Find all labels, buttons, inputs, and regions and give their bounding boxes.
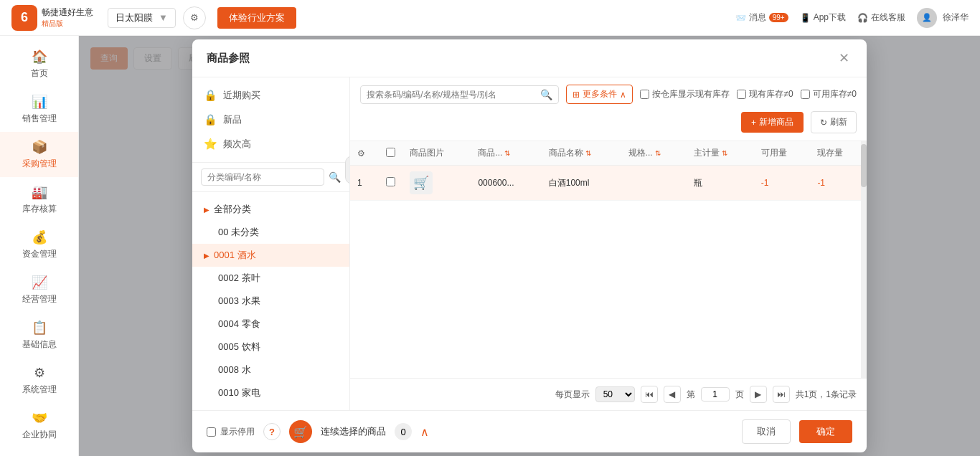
sidebar: 🏠 首页 📊 销售管理 📦 采购管理 🏭 库存核算 💰 资金管理 📈 经营管理 …: [0, 36, 79, 456]
tree-item-liquor[interactable]: ▶ 0001 酒水: [192, 244, 349, 267]
warehouse-stock-checkbox[interactable]: 按仓库显示现有库存: [640, 88, 730, 100]
tree-item-uncategorized[interactable]: 00 未分类: [192, 221, 349, 244]
modal-left-panel: 🔒 近期购买 🔒 新品 ⭐ 频次高: [192, 77, 350, 410]
cell-name: 白酒100ml: [542, 166, 621, 201]
product-search-input[interactable]: [367, 90, 536, 100]
sidebar-item-enterprise[interactable]: 🤝 企业协同: [0, 403, 78, 448]
add-product-button[interactable]: + 新增商品: [741, 112, 804, 133]
cell-image: 🛒: [402, 166, 471, 201]
cell-unit: 瓶: [687, 166, 754, 201]
cell-checkbox[interactable]: [379, 166, 402, 201]
sidebar-item-home[interactable]: 🏠 首页: [0, 42, 78, 87]
modal-right-panel: 🔍 ⊞ 更多条件 ∧ 按仓库显示现有库存: [350, 77, 867, 410]
trial-button[interactable]: 体验行业方案: [217, 7, 296, 29]
first-page-button[interactable]: ⏮: [641, 386, 658, 403]
nonzero-available-checkbox[interactable]: 可用库存≠0: [801, 88, 857, 100]
category-search-icon[interactable]: 🔍: [329, 171, 341, 183]
modal-toolbar: 🔍 ⊞ 更多条件 ∧ 按仓库显示现有库存: [350, 77, 867, 141]
tree-item-all[interactable]: ▶ 全部分类: [192, 198, 349, 221]
nav-user[interactable]: 👤 徐泽华: [917, 8, 969, 28]
modal-overlay: 商品参照 ✕ 🔒 近期购买 🔒: [79, 36, 980, 456]
nav-app-download[interactable]: 📱 App下载: [800, 11, 846, 24]
product-search-icon[interactable]: 🔍: [540, 89, 552, 100]
sidebar-item-inventory[interactable]: 🏭 库存核算: [0, 177, 78, 222]
tree-item-water[interactable]: 0008 水: [192, 358, 349, 381]
sidebar-item-guide[interactable]: 📖 新手引导: [0, 448, 78, 456]
cell-spec: [621, 166, 687, 201]
help-button[interactable]: ?: [263, 423, 281, 440]
th-stock: 现存量: [810, 141, 867, 166]
modal-close-button[interactable]: ✕: [835, 49, 852, 67]
tree-item-tea[interactable]: 0002 茶叶: [192, 267, 349, 290]
next-page-button[interactable]: ▶: [750, 386, 767, 403]
modal-title: 商品参照: [207, 52, 250, 65]
th-unit[interactable]: 主计量⇅: [687, 141, 754, 166]
page-label: 第: [687, 389, 695, 401]
new-product-tab[interactable]: 🔒 新品: [192, 108, 349, 132]
prev-page-button[interactable]: ◀: [664, 386, 681, 403]
logo-text: 畅捷通好生意 精品版: [42, 7, 93, 28]
page-suffix: 页: [735, 389, 744, 401]
star-icon: ⭐: [204, 138, 217, 151]
settings-icon[interactable]: ⚙: [183, 6, 206, 29]
sidebar-item-finance[interactable]: 💰 资金管理: [0, 222, 78, 267]
recent-purchase-tab[interactable]: 🔒 近期购买: [192, 83, 349, 108]
headset-icon: 🎧: [857, 13, 868, 23]
sidebar-item-sales[interactable]: 📊 销售管理: [0, 87, 78, 132]
app-logo: 6 畅捷通好生意 精品版: [11, 5, 93, 31]
sidebar-item-purchase[interactable]: 📦 采购管理: [0, 132, 78, 177]
more-filter-button[interactable]: ⊞ 更多条件 ∧: [566, 85, 633, 104]
cancel-button[interactable]: 取消: [742, 419, 791, 444]
th-spec[interactable]: 规格...⇅: [621, 141, 687, 166]
product-search-box: 🔍: [360, 85, 559, 104]
tree-item-fruit[interactable]: 0003 水果: [192, 290, 349, 313]
nonzero-stock-checkbox[interactable]: 现有库存≠0: [737, 88, 793, 100]
business-icon: 📈: [32, 275, 47, 290]
product-reference-modal: 商品参照 ✕ 🔒 近期购买 🔒: [192, 39, 867, 452]
per-page-label: 每页显示: [555, 389, 590, 401]
th-available: 可用量: [754, 141, 811, 166]
frequent-tab[interactable]: ⭐ 频次高: [192, 132, 349, 156]
table-header: ⚙ 商品图片 商品...⇅ 商品名称⇅ 规格...⇅ 主计量⇅ 可用量 现存量: [350, 141, 867, 166]
category-search: 🔍: [192, 163, 349, 192]
enterprise-icon: 🤝: [32, 410, 47, 426]
last-page-button[interactable]: ⏭: [773, 386, 790, 403]
modal-header: 商品参照 ✕: [192, 39, 867, 77]
page-number-input[interactable]: [701, 387, 730, 402]
nav-message[interactable]: 📨 消息 99+: [735, 11, 788, 24]
cell-available: -1: [754, 166, 811, 201]
th-image: 商品图片: [402, 141, 471, 166]
sidebar-item-system[interactable]: ⚙ 系统管理: [0, 358, 78, 403]
tree-item-appliances[interactable]: 0010 家电: [192, 381, 349, 404]
message-badge: 99+: [769, 13, 788, 22]
phone-icon: 📱: [800, 13, 811, 23]
per-page-select[interactable]: 50 10 20 100: [595, 386, 635, 402]
product-table: ⚙ 商品图片 商品...⇅ 商品名称⇅ 规格...⇅ 主计量⇅ 可用量 现存量: [350, 141, 867, 201]
th-settings[interactable]: ⚙: [350, 141, 379, 166]
base-icon: 📋: [32, 320, 47, 336]
show-disabled-checkbox[interactable]: 显示停用: [207, 426, 255, 438]
confirm-button[interactable]: 确定: [799, 420, 852, 443]
table-scrollbar[interactable]: [861, 141, 867, 378]
tree-item-drinks[interactable]: 0005 饮料: [192, 336, 349, 358]
collapse-left-button[interactable]: «: [345, 156, 350, 184]
footer-collapse-button[interactable]: ∧: [420, 425, 429, 439]
scrollbar-thumb[interactable]: [861, 144, 867, 187]
cart-label: 连续选择的商品: [321, 425, 386, 438]
tree-item-snacks[interactable]: 0004 零食: [192, 313, 349, 336]
refresh-button[interactable]: ↻ 刷新: [811, 111, 857, 133]
plus-icon: +: [751, 118, 756, 128]
tree-arrow-icon: ▶: [204, 206, 209, 214]
th-checkbox[interactable]: [379, 141, 402, 166]
total-info: 共1页，1条记录: [796, 389, 857, 401]
cell-stock: -1: [810, 166, 867, 201]
th-code[interactable]: 商品...⇅: [471, 141, 541, 166]
home-icon: 🏠: [32, 49, 47, 65]
sidebar-item-business[interactable]: 📈 经营管理: [0, 267, 78, 313]
category-search-input[interactable]: [201, 168, 324, 186]
nav-online-service[interactable]: 🎧 在线客服: [857, 11, 905, 24]
table-row[interactable]: 1 🛒 000600... 白酒100ml 瓶: [350, 166, 867, 201]
store-selector[interactable]: 日太阳膜 ▼: [108, 8, 176, 28]
th-name[interactable]: 商品名称⇅: [542, 141, 621, 166]
sidebar-item-base[interactable]: 📋 基础信息: [0, 313, 78, 358]
